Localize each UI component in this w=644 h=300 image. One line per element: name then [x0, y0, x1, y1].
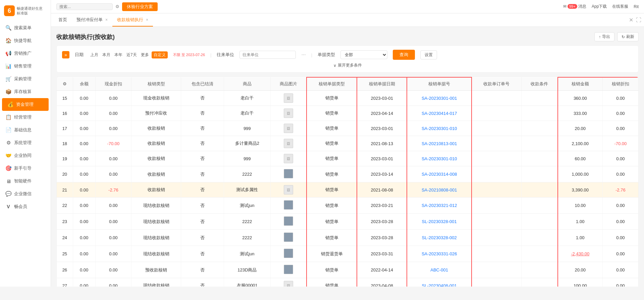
- bill-no-link[interactable]: SA-20210813-001: [422, 141, 457, 146]
- td-payment-term: [522, 214, 558, 230]
- tab-bar: 首页 预付冲应付单 × 收款核销执行 × ✕ ⛶: [51, 13, 644, 27]
- td-cancel-discount: 0.00: [602, 166, 638, 182]
- sidebar-item-basic[interactable]: 📄 基础信息: [0, 124, 51, 136]
- td-receipt-order: [472, 214, 522, 230]
- table-header-row: ⚙ 余额 现金折扣 核销类型 包含已结清 商品 商品图片 核销单据类型 核销单据…: [57, 77, 638, 91]
- sidebar-item-hardware[interactable]: 🖥 智能硬件: [0, 175, 51, 187]
- industry-solution-button[interactable]: 休验行业方案: [122, 2, 158, 11]
- td-cash-discount: 0.00: [95, 151, 131, 166]
- date-last-month[interactable]: 上月: [89, 51, 100, 58]
- date-more[interactable]: 更多: [140, 51, 150, 58]
- refresh-button[interactable]: ↻ 刷新: [617, 32, 639, 41]
- tab-home-label: 首页: [58, 17, 67, 23]
- sidebar-item-search[interactable]: 🔍 搜索菜单: [0, 22, 51, 34]
- bill-no-link[interactable]: ABC-001: [430, 267, 448, 272]
- tab-home[interactable]: 首页: [54, 14, 72, 27]
- bill-no-link[interactable]: SA-20230414-017: [422, 111, 457, 116]
- td-bill-no: SA-20230321-012: [407, 198, 471, 214]
- td-include-settled: 否: [181, 230, 224, 246]
- sidebar-item-quicknav[interactable]: 🏠 快捷导航: [0, 34, 51, 47]
- sidebar-item-operation[interactable]: 📋 经营管理: [0, 111, 51, 124]
- td-cancel-amount: 10.00: [558, 198, 602, 214]
- td-bill-date: 2023-03-01: [357, 151, 407, 166]
- sidebar-item-inventory[interactable]: 📦 库存核算: [0, 85, 51, 98]
- product-image: 🖼: [284, 124, 293, 133]
- app-download-link[interactable]: App下载: [592, 4, 607, 9]
- date-custom[interactable]: 自定义: [152, 51, 168, 58]
- tab-receipt[interactable]: 收款核销执行 ×: [112, 14, 153, 27]
- td-payment-term: [522, 182, 558, 198]
- bill-no-link[interactable]: SL-20230328-002: [422, 235, 457, 240]
- td-product-image: 🖼: [270, 91, 307, 106]
- td-cancel-discount: 0.00: [602, 262, 638, 278]
- filter-expand-button[interactable]: »: [62, 51, 69, 58]
- th-settings[interactable]: ⚙: [57, 77, 73, 91]
- maximize-icon[interactable]: ⛶: [636, 17, 641, 23]
- sidebar-item-label: 营销推广: [14, 50, 32, 56]
- sidebar-item-label: 基础信息: [14, 127, 32, 133]
- tab-receipt-close[interactable]: ×: [146, 17, 148, 22]
- table-row: 16 0.00 0.00 预付冲应收 否 老白干 🖼 销货单 2023-04-1…: [57, 106, 638, 121]
- sidebar-item-enterprise[interactable]: 🤝 企业协同: [0, 149, 51, 162]
- td-balance: 0.00: [73, 166, 95, 182]
- table-row: 17 0.00 0.00 收款核销 否 999 🖼 销货单 2023-03-01…: [57, 121, 638, 136]
- topbar-search-input[interactable]: [56, 3, 113, 10]
- td-product: 老白干: [224, 91, 270, 106]
- settings-button[interactable]: 设置: [420, 50, 437, 59]
- export-button[interactable]: ↑ 导出: [594, 32, 614, 41]
- online-service-link[interactable]: 在线客服: [612, 4, 628, 9]
- sidebar-item-label: 销售管理: [14, 63, 32, 69]
- sidebar-item-label: 采购管理: [14, 76, 32, 82]
- bill-no-link[interactable]: SA-20230301-001: [422, 96, 457, 101]
- sidebar-item-marketing[interactable]: 📢 营销推广: [0, 47, 51, 60]
- tab-prepay[interactable]: 预付冲应付单 ×: [72, 14, 112, 27]
- date-this-year[interactable]: 本年: [113, 51, 124, 58]
- th-receipt-order: 收款单订单号: [472, 77, 522, 91]
- bill-no-link[interactable]: SA-20230301-010: [422, 156, 457, 161]
- bill-no-link[interactable]: SL-20230408-001: [422, 283, 457, 287]
- query-button[interactable]: 查询: [393, 50, 415, 60]
- sidebar-item-finance[interactable]: 💰 资金管理: [2, 98, 49, 111]
- sidebar-item-sales[interactable]: 📊 销售管理: [0, 60, 51, 73]
- close-window-icon[interactable]: ✕: [629, 17, 633, 23]
- td-receipt-order: [472, 246, 522, 262]
- td-cancel-type: 现金收款核销: [131, 91, 181, 106]
- td-cash-discount: -70.00: [95, 136, 131, 151]
- td-product-image: [270, 246, 307, 262]
- sidebar-item-system[interactable]: ⚙ 系统管理: [0, 136, 51, 149]
- td-id: 25: [57, 246, 73, 262]
- bill-no-link[interactable]: SL-20230328-001: [422, 219, 457, 224]
- date-this-month[interactable]: 本月: [101, 51, 112, 58]
- user-name: Rit: [634, 4, 639, 9]
- bill-no-link[interactable]: SA-20230321-012: [422, 203, 457, 208]
- sidebar-item-newbie[interactable]: 🎯 新手引导: [0, 162, 51, 175]
- gear-icon[interactable]: ⚙: [115, 4, 119, 9]
- tab-prepay-close[interactable]: ×: [105, 17, 108, 22]
- partner-more-icon[interactable]: ···: [301, 52, 306, 58]
- partner-label: 往来单位: [217, 52, 234, 58]
- sidebar-item-wechat[interactable]: 💬 企业微信: [0, 187, 51, 200]
- bill-no-link[interactable]: SA-20210808-001: [422, 187, 457, 192]
- sidebar-item-label: 智能硬件: [14, 178, 32, 184]
- chevron-down-icon: ∨: [333, 63, 336, 68]
- td-receipt-order: [472, 166, 522, 182]
- bill-no-link[interactable]: SA-20230314-008: [422, 172, 457, 177]
- td-bill-date: 2023-03-14: [357, 166, 407, 182]
- td-include-settled: 否: [181, 151, 224, 166]
- messages-label: 消息: [578, 4, 586, 9]
- td-product-image: 🖼: [270, 182, 307, 198]
- main-area: ⚙ 休验行业方案 ✉ 99+ 消息 App下载 在线客服 Rit 首页 预付冲应…: [51, 0, 644, 287]
- basic-icon: 📄: [5, 127, 11, 133]
- inventory-icon: 📦: [5, 89, 11, 95]
- bill-no-link[interactable]: SA-20230301-010: [422, 126, 457, 131]
- expand-more-conditions[interactable]: ∨ 展开更多条件: [62, 62, 633, 68]
- bill-type-select[interactable]: 全部: [340, 50, 387, 59]
- messages-icon[interactable]: ✉ 99+ 消息: [563, 4, 586, 9]
- partner-input[interactable]: [239, 51, 296, 59]
- sidebar-item-purchase[interactable]: 🛒 采购管理: [0, 73, 51, 85]
- date-7days[interactable]: 近7天: [125, 51, 138, 58]
- sidebar-item-label: 库存核算: [14, 89, 32, 95]
- bill-no-link[interactable]: SA-20230331-026: [422, 251, 457, 256]
- sidebar-item-member[interactable]: V 畅会员: [0, 200, 51, 213]
- td-bill-no: SL-20230328-002: [407, 230, 471, 246]
